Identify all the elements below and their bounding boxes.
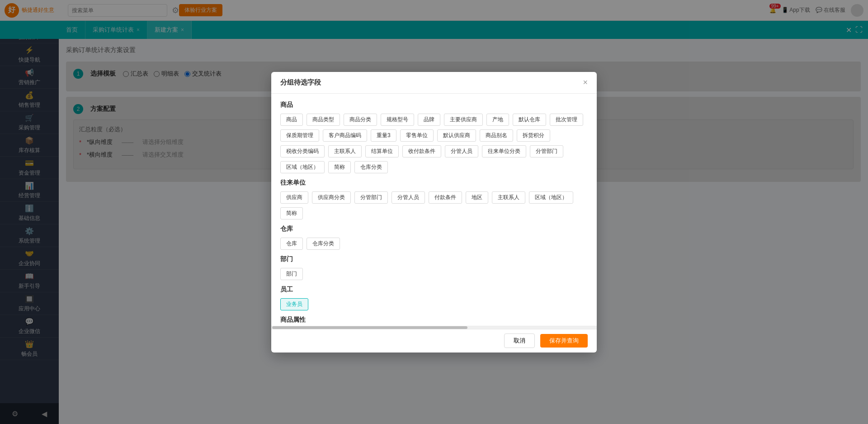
field-主要供应商[interactable]: 主要供应商 [444, 114, 483, 126]
field-仓库分类-p[interactable]: 仓库分类 [354, 161, 388, 173]
field-区域地区-w[interactable]: 区域（地区） [529, 191, 573, 204]
section-title-warehouse: 仓库 [280, 225, 588, 233]
field-分管人员-w[interactable]: 分管人员 [392, 191, 425, 204]
section-title-dept: 部门 [280, 255, 588, 263]
dialog-close-btn[interactable]: × [583, 78, 588, 87]
dept-fields: 部门 [280, 268, 588, 280]
dialog-body: 商品 商品 商品类型 商品分类 规格型号 品牌 主要供应商 产地 默认仓库 批次… [271, 94, 597, 326]
field-往来单位分类[interactable]: 往来单位分类 [482, 145, 526, 157]
field-批次管理[interactable]: 批次管理 [550, 114, 583, 126]
field-商品类型[interactable]: 商品类型 [307, 114, 340, 126]
field-仓库分类[interactable]: 仓库分类 [307, 238, 340, 250]
field-默认供应商[interactable]: 默认供应商 [437, 129, 476, 142]
field-客户商品编码[interactable]: 客户商品编码 [323, 129, 367, 142]
field-重量3[interactable]: 重量3 [371, 129, 396, 142]
field-主联系人[interactable]: 主联系人 [328, 145, 362, 157]
dialog-footer: 取消 保存并查询 [271, 329, 597, 353]
employee-fields: 业务员 [280, 298, 588, 310]
warehouse-fields: 仓库 仓库分类 [280, 238, 588, 250]
field-规格型号[interactable]: 规格型号 [381, 114, 414, 126]
field-供应商分类[interactable]: 供应商分类 [312, 191, 351, 204]
field-付款条件[interactable]: 付款条件 [429, 191, 462, 204]
field-商品[interactable]: 商品 [280, 114, 303, 126]
field-区域地区-p[interactable]: 区域（地区） [280, 161, 325, 173]
field-商品别名[interactable]: 商品别名 [480, 129, 513, 142]
field-业务员[interactable]: 业务员 [280, 298, 308, 310]
field-分管部门-p[interactable]: 分管部门 [530, 145, 563, 157]
field-分管部门-w[interactable]: 分管部门 [354, 191, 388, 204]
field-零售单位[interactable]: 零售单位 [400, 129, 434, 142]
field-商品分类[interactable]: 商品分类 [344, 114, 377, 126]
section-title-employee: 员工 [280, 286, 588, 294]
field-部门[interactable]: 部门 [280, 268, 303, 280]
field-产地[interactable]: 产地 [486, 114, 509, 126]
field-收付款条件[interactable]: 收付款条件 [402, 145, 441, 157]
field-简称-w[interactable]: 简称 [280, 207, 303, 219]
section-title-partner: 往来单位 [280, 179, 588, 187]
dialog-header: 分组待选字段 × [271, 72, 597, 94]
dialog-hscrollbar[interactable] [271, 326, 597, 329]
field-仓库[interactable]: 仓库 [280, 238, 303, 250]
confirm-button[interactable]: 保存并查询 [540, 334, 588, 348]
field-拆货积分[interactable]: 拆货积分 [517, 129, 550, 142]
field-税收分类编码[interactable]: 税收分类编码 [280, 145, 325, 157]
field-供应商[interactable]: 供应商 [280, 191, 308, 204]
field-品牌[interactable]: 品牌 [418, 114, 440, 126]
field-地区[interactable]: 地区 [466, 191, 488, 204]
partner-fields: 供应商 供应商分类 分管部门 分管人员 付款条件 地区 主联系人 区域（地区） … [280, 191, 588, 219]
product-fields: 商品 商品类型 商品分类 规格型号 品牌 主要供应商 产地 默认仓库 批次管理 … [280, 114, 588, 173]
field-保质期管理[interactable]: 保质期管理 [280, 129, 319, 142]
field-结算单位[interactable]: 结算单位 [365, 145, 399, 157]
field-默认仓库[interactable]: 默认仓库 [513, 114, 546, 126]
cancel-button[interactable]: 取消 [504, 333, 535, 348]
dialog-title: 分组待选字段 [280, 78, 321, 87]
field-主联系人-w[interactable]: 主联系人 [492, 191, 525, 204]
section-title-product-attr: 商品属性 [280, 316, 588, 324]
section-title-product: 商品 [280, 101, 588, 109]
field-简称-p[interactable]: 简称 [328, 161, 351, 173]
modal-overlay: 分组待选字段 × 商品 商品 商品类型 商品分类 规格型号 品牌 主要供应商 产… [0, 0, 868, 424]
field-select-dialog: 分组待选字段 × 商品 商品 商品类型 商品分类 规格型号 品牌 主要供应商 产… [271, 72, 597, 353]
field-分管人员[interactable]: 分管人员 [445, 145, 478, 157]
